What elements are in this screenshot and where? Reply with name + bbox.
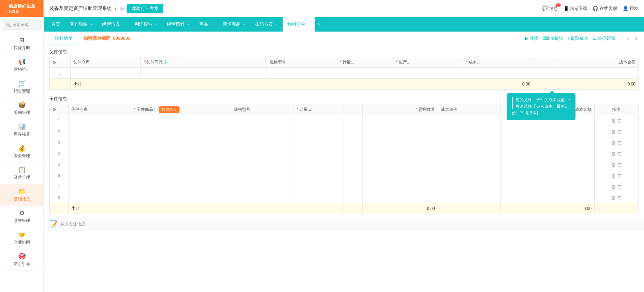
nav-tab-close-new_goods[interactable]: × xyxy=(243,22,245,26)
nav-tab-close-profit[interactable]: × xyxy=(155,22,157,26)
child-warehouse-2[interactable] xyxy=(68,126,131,137)
child-unit-5[interactable] xyxy=(294,159,344,170)
note-placeholder[interactable]: 输入备注信息 xyxy=(61,221,85,227)
parent-amount-cell[interactable] xyxy=(554,68,639,79)
child-unit-3[interactable] xyxy=(294,137,344,148)
child-goods-1[interactable] xyxy=(131,115,231,126)
child-unit-cost-4[interactable] xyxy=(438,148,500,159)
child-spec-4[interactable] xyxy=(231,148,294,159)
parent-goods-cell[interactable] xyxy=(141,68,267,79)
child-amount-5[interactable] xyxy=(519,159,594,170)
child-quantity-3[interactable] xyxy=(363,137,438,148)
child-warehouse-5[interactable] xyxy=(68,159,131,170)
child-quantity-2[interactable] xyxy=(363,126,438,137)
sidebar-item-system[interactable]: ⚙系统管理 xyxy=(0,206,44,227)
nav-close-all[interactable]: × xyxy=(315,21,324,27)
parent-warehouse-cell[interactable] xyxy=(71,68,141,79)
nav-tab-close-operation[interactable]: × xyxy=(123,22,125,26)
child-spec-7[interactable] xyxy=(231,181,294,192)
online-service[interactable]: 🎧 在线客服 xyxy=(593,5,617,12)
child-goods-7[interactable] xyxy=(131,181,231,192)
nav-tab-close-customer[interactable]: × xyxy=(90,22,92,26)
child-unit-cost-2[interactable] xyxy=(438,126,500,137)
child-warehouse-4[interactable] xyxy=(68,148,131,159)
sidebar-item-marketing[interactable]: 📢营销推广 xyxy=(0,55,44,76)
child-warehouse-8[interactable] xyxy=(68,192,131,203)
nav-tab-history[interactable]: 经营历程× xyxy=(162,17,194,32)
dropdown-icon[interactable]: ▾ xyxy=(114,6,117,11)
child-goods-4[interactable] xyxy=(131,148,231,159)
child-amount-2[interactable] xyxy=(519,126,594,137)
child-warehouse-7[interactable] xyxy=(68,181,131,192)
parent-spec-cell[interactable] xyxy=(267,68,337,79)
child-quantity-5[interactable] xyxy=(363,159,438,170)
child-unit-1[interactable] xyxy=(294,115,344,126)
nav-tab-barcode[interactable]: 条码方案× xyxy=(250,17,283,32)
sidebar-item-guide[interactable]: 🎯新手引导 xyxy=(0,249,44,271)
sidebar-item-basic-info[interactable]: 📁基础信息 xyxy=(0,184,44,206)
parent-unit-cell[interactable] xyxy=(337,68,393,79)
shortcut-link[interactable]: ⌨ 快捷键 xyxy=(543,35,564,42)
nav-tab-close-history[interactable]: × xyxy=(187,22,189,26)
extract-cost-link[interactable]: ↑ 提取成本 xyxy=(568,35,589,42)
delete-icon-7[interactable]: 🗑 xyxy=(611,184,616,189)
child-unit-2[interactable] xyxy=(294,126,344,137)
sidebar-item-finance[interactable]: 💰资金管理 xyxy=(0,141,44,163)
prev-icon[interactable]: ◁ xyxy=(620,36,623,41)
sidebar-item-sales[interactable]: 🛒销售管理 xyxy=(0,76,44,98)
single-settings-link[interactable]: ☰ 单据设置 xyxy=(593,35,616,42)
app-download[interactable]: 📱 App下载 xyxy=(564,5,587,12)
user-area[interactable]: 👤 用友 xyxy=(623,5,639,12)
sidebar-item-quick-nav[interactable]: ⊞快捷导航 xyxy=(0,33,44,55)
parent-produce-cell[interactable] xyxy=(393,68,463,79)
nav-tab-new_goods[interactable]: 新增商品× xyxy=(218,17,250,32)
child-amount-3[interactable] xyxy=(519,137,594,148)
delete-icon-1[interactable]: 🗑 xyxy=(611,118,616,124)
copy-icon-8[interactable]: ⊡ xyxy=(618,195,622,200)
copy-icon-6[interactable]: ⊡ xyxy=(618,173,622,178)
sidebar-item-purchase[interactable]: 📦采购管理 xyxy=(0,98,44,119)
copy-icon-7[interactable]: ⊡ xyxy=(618,184,622,189)
scan-button[interactable]: 扫码录入 xyxy=(159,106,179,113)
child-unit-cost-8[interactable] xyxy=(438,192,500,203)
child-warehouse-6[interactable] xyxy=(68,170,131,181)
copy-icon-2[interactable]: ⊡ xyxy=(618,129,622,135)
child-unit-cost-6[interactable] xyxy=(438,170,500,181)
nav-tab-goods[interactable]: 商品× xyxy=(195,17,218,32)
search-menu-button[interactable]: 🔍 搜索菜单 xyxy=(3,20,41,30)
nav-tab-close-bom[interactable]: × xyxy=(308,22,310,26)
child-unit-7[interactable] xyxy=(294,181,344,192)
nav-tab-close-goods[interactable]: × xyxy=(211,22,213,26)
child-unit-8[interactable] xyxy=(294,192,344,203)
parent-cost-cell[interactable] xyxy=(463,68,533,79)
delete-icon-5[interactable]: 🗑 xyxy=(611,162,616,167)
child-quantity-4[interactable] xyxy=(363,148,438,159)
trial-button[interactable]: 体验行业方案 xyxy=(127,4,163,13)
delete-icon-6[interactable]: 🗑 xyxy=(611,173,616,178)
child-spec-1[interactable] xyxy=(231,115,294,126)
nav-tab-customer[interactable]: 客户联络× xyxy=(65,17,97,32)
sidebar-item-operation-mgr[interactable]: 📋经营管理 xyxy=(0,163,44,184)
delete-icon-3[interactable]: 🗑 xyxy=(611,140,616,145)
child-warehouse-3[interactable] xyxy=(68,137,131,148)
child-goods-2[interactable] xyxy=(131,126,231,137)
sub-tab-bom[interactable]: 物料清单 xyxy=(49,32,78,45)
next-icon[interactable]: ▷ xyxy=(627,36,631,41)
nav-tab-operation[interactable]: 经营情况× xyxy=(97,17,129,32)
nav-tab-bom[interactable]: 物料清单× xyxy=(283,17,315,32)
child-amount-8[interactable] xyxy=(519,192,594,203)
child-goods-5[interactable] xyxy=(131,159,231,170)
child-unit-cost-7[interactable] xyxy=(438,181,500,192)
child-unit-4[interactable] xyxy=(294,148,344,159)
child-gear-icon[interactable]: ⚙ xyxy=(52,107,56,112)
child-spec-6[interactable] xyxy=(231,170,294,181)
child-unit-cost-5[interactable] xyxy=(438,159,500,170)
nav-tab-home[interactable]: 首页 xyxy=(47,17,65,32)
child-unit-cost-3[interactable] xyxy=(438,137,500,148)
sidebar-item-enterprise[interactable]: 🤝企业协同 xyxy=(0,227,44,249)
view-link[interactable]: ▶ 视频 xyxy=(525,35,538,42)
child-goods-6[interactable] xyxy=(131,170,231,181)
delete-icon-2[interactable]: 🗑 xyxy=(611,129,616,135)
child-quantity-7[interactable] xyxy=(363,181,438,192)
sidebar-item-inventory[interactable]: 📊库存核算 xyxy=(0,119,44,141)
